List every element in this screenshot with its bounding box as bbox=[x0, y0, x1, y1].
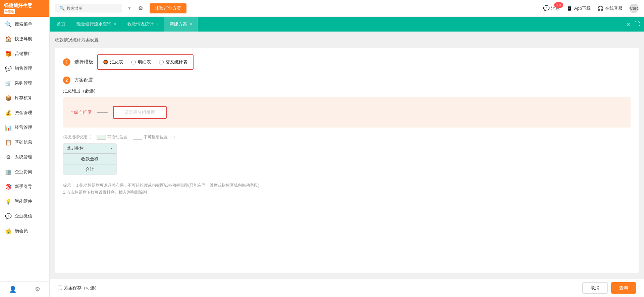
tab-stats[interactable]: 收款情况统计× bbox=[122, 17, 164, 32]
messages-btn[interactable]: 💬 消息 99+ bbox=[543, 5, 560, 11]
sidebar-item-basic[interactable]: 📋 基础信息 bbox=[0, 135, 49, 150]
dimension-arrow: —— bbox=[97, 109, 108, 115]
sidebar-item-label-search: 搜索菜单 bbox=[15, 21, 32, 27]
tab-label-new: 新建方案 bbox=[170, 21, 187, 27]
sidebar-item-hardware[interactable]: 💡 智能硬件 bbox=[0, 194, 49, 209]
settings-icon[interactable]: ⚙ bbox=[138, 5, 143, 11]
template-radio-group: 汇总表 明细表 交叉统计表 bbox=[97, 54, 194, 70]
bottom-buttons: 取消 查询 bbox=[582, 282, 636, 294]
tab-new[interactable]: 新建方案× bbox=[164, 17, 198, 32]
radio-label-cross: 交叉统计表 bbox=[166, 59, 187, 65]
tabbar-close-btn[interactable]: ✕ bbox=[626, 21, 631, 28]
sidebar-item-finance[interactable]: 💰 资金管理 bbox=[0, 105, 49, 120]
sidebar-item-sales[interactable]: 💬 销售管理 bbox=[0, 61, 49, 76]
radio-label-summary: 汇总表 bbox=[110, 59, 123, 65]
member-icon: 👑 bbox=[5, 228, 11, 234]
system-icon: ⚙ bbox=[5, 154, 11, 160]
tab-home[interactable]: 首页 bbox=[51, 17, 71, 32]
hardware-icon: 💡 bbox=[5, 198, 11, 204]
metrics-table-header[interactable]: 统计指标 ▾ bbox=[63, 144, 116, 154]
marketing-icon: 🎁 bbox=[5, 51, 11, 57]
sidebar-bottom-icon2[interactable]: ⚙ bbox=[32, 284, 43, 294]
step2-header: 2 方案配置 bbox=[63, 77, 631, 84]
search-icon: 🔍 bbox=[5, 21, 11, 27]
radio-option-cross[interactable]: 交叉统计表 bbox=[159, 59, 187, 65]
radio-input-detail[interactable] bbox=[131, 60, 136, 64]
sidebar-item-wechat[interactable]: 💬 企业微信 bbox=[0, 209, 49, 224]
service-label: 在线客服 bbox=[605, 5, 623, 11]
enterprise-icon: 🏢 bbox=[5, 169, 11, 175]
sidebar-item-search[interactable]: 🔍 搜索菜单 bbox=[0, 17, 49, 32]
sidebar-item-label-member: 畅会员 bbox=[15, 228, 28, 234]
sidebar-item-operations[interactable]: 📊 经营管理 bbox=[0, 120, 49, 135]
dimension-placeholder[interactable]: 请选择分组维度 bbox=[113, 106, 167, 119]
radio-option-summary[interactable]: 汇总表 bbox=[103, 59, 123, 65]
draggable-legend: 可拖动位置 bbox=[97, 134, 127, 140]
metrics-cell-total: 合计 bbox=[63, 164, 116, 175]
sidebar-item-label-operations: 经营管理 bbox=[15, 125, 32, 131]
service-btn[interactable]: 🎧 在线客服 bbox=[597, 5, 623, 11]
sidebar-item-marketing[interactable]: 🎁 营销推广 bbox=[0, 46, 49, 61]
vertical-dimension-label: * 纵向维度 bbox=[71, 109, 92, 115]
hints-section: 提示： 1.拖动标题栏可以调整布局，不可跨维度或指标区域拖动栏目段(只能在同一维… bbox=[63, 183, 631, 195]
query-button[interactable]: 查询 bbox=[611, 282, 636, 294]
tab-label-bank: 现金银行流水查询 bbox=[76, 21, 111, 27]
radio-option-detail[interactable]: 明细表 bbox=[131, 59, 151, 65]
sidebar-bottom-icon1[interactable]: 👤 bbox=[6, 284, 19, 294]
sidebar-item-label-guide: 新手引导 bbox=[15, 184, 32, 190]
basic-icon: 📋 bbox=[5, 139, 11, 145]
sidebar-item-nav[interactable]: 🏠 快捷导航 bbox=[0, 32, 49, 46]
tab-close-stats[interactable]: × bbox=[156, 22, 159, 27]
purchase-icon: 🛒 bbox=[5, 80, 11, 86]
sidebar-item-member[interactable]: 👑 畅会员 bbox=[0, 224, 49, 238]
sidebar-item-enterprise[interactable]: 🏢 企业协同 bbox=[0, 164, 49, 179]
main-panel: 1 选择模板 汇总表 明细表 交叉统计表 2 方案配置 汇总维度（必选） * 纵… bbox=[55, 48, 639, 273]
nav-icon: 🏠 bbox=[5, 36, 11, 42]
tab-label-home: 首页 bbox=[57, 21, 65, 27]
user-avatar[interactable]: CaR bbox=[629, 4, 639, 13]
tabbar: 首页现金银行流水查询×收款情况统计×新建方案× ✕ ⛶ bbox=[50, 17, 644, 32]
save-checkbox[interactable] bbox=[58, 286, 62, 290]
non-draggable-legend: 不可拖动位置 bbox=[133, 134, 168, 140]
non-draggable-label: 不可拖动位置 bbox=[144, 134, 168, 140]
metrics-legend: 模板指标设定（ 可拖动位置 不可拖动位置 ） bbox=[63, 134, 631, 140]
wechat-icon: 💬 bbox=[5, 213, 11, 219]
radio-input-cross[interactable] bbox=[159, 60, 164, 64]
sidebar-item-label-purchase: 采购管理 bbox=[15, 80, 32, 86]
messages-badge: 99+ bbox=[554, 2, 563, 8]
sidebar-item-system[interactable]: ⚙ 系统管理 bbox=[0, 150, 49, 164]
search-bar[interactable]: 🔍 bbox=[55, 4, 122, 12]
tab-close-bank[interactable]: × bbox=[114, 22, 116, 27]
dimension-area: * 纵向维度 —— 请选择分组维度 bbox=[63, 97, 631, 128]
sidebar-item-label-hardware: 智能硬件 bbox=[15, 198, 32, 204]
finance-icon: 💰 bbox=[5, 110, 11, 116]
tab-bank[interactable]: 现金银行流水查询× bbox=[71, 17, 122, 32]
topbar-right: 💬 消息 99+ 📱 App下载 🎧 在线客服 CaR bbox=[543, 4, 639, 13]
metrics-table: 统计指标 ▾ 收款金额 合计 bbox=[63, 143, 117, 175]
sidebar-item-purchase[interactable]: 🛒 采购管理 bbox=[0, 76, 49, 91]
operations-icon: 📊 bbox=[5, 125, 11, 131]
tab-close-new[interactable]: × bbox=[190, 22, 192, 27]
step2-badge: 2 bbox=[63, 77, 70, 84]
topbar-dropdown-arrow[interactable]: ▼ bbox=[127, 6, 131, 11]
search-input[interactable] bbox=[67, 6, 114, 11]
radio-input-summary[interactable] bbox=[103, 60, 108, 64]
download-btn[interactable]: 📱 App下载 bbox=[567, 5, 591, 11]
sidebar-item-inventory[interactable]: 📦 库存核算 bbox=[0, 91, 49, 105]
trial-button[interactable]: 体验行业方案 bbox=[150, 3, 186, 13]
inventory-icon: 📦 bbox=[5, 95, 11, 101]
sidebar-item-label-nav: 快捷导航 bbox=[15, 36, 32, 42]
sidebar-bottom: 👤 ⚙ bbox=[0, 281, 49, 297]
tabbar-right-controls: ✕ ⛶ bbox=[626, 17, 644, 32]
sidebar: 畅捷通好生意 标准版 🔍 搜索菜单 🏠 快捷导航 🎁 营销推广 💬 销售管理 🛒… bbox=[0, 0, 50, 297]
tab-label-stats: 收款情况统计 bbox=[127, 21, 154, 27]
metrics-chevron-icon[interactable]: ▾ bbox=[110, 146, 112, 151]
app-logo: 畅捷通好生意 标准版 bbox=[0, 0, 49, 17]
sidebar-item-guide[interactable]: 🎯 新手引导 bbox=[0, 179, 49, 194]
tabbar-expand-btn[interactable]: ⛶ bbox=[635, 21, 640, 27]
hint-line-2: 2.点击标题栏下拉可设置排序、插入列和删除列 bbox=[63, 190, 631, 195]
cancel-button[interactable]: 取消 bbox=[582, 282, 608, 294]
non-draggable-icon bbox=[133, 135, 142, 140]
metrics-header-label: 统计指标 bbox=[67, 146, 84, 151]
save-checkbox-label[interactable]: 方案保存（可选） bbox=[58, 285, 99, 291]
